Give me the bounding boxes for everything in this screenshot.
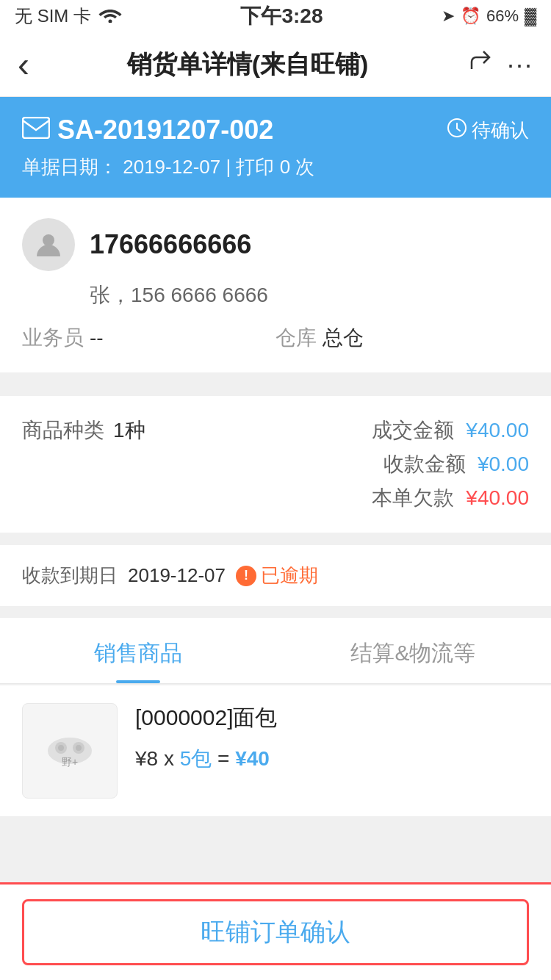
confirm-order-button[interactable]: 旺铺订单确认 — [22, 899, 529, 965]
overdue-icon: ! — [236, 566, 256, 586]
nav-actions: ··· — [466, 48, 533, 81]
product-info: [0000002]面包 ¥8 x 5包 = ¥40 — [135, 703, 529, 773]
product-image: 野+ — [22, 703, 118, 799]
transaction-label: 成交金额 — [372, 417, 454, 444]
customer-meta: 业务员 -- 仓库 总仓 — [22, 324, 529, 352]
status-bar: 无 SIM 卡 下午3:28 ➤ ⏰ 66% ▓ — [0, 0, 551, 32]
due-label: 收款到期日 — [22, 563, 118, 588]
product-item: 野+ [0000002]面包 ¥8 x 5包 = ¥40 — [22, 703, 529, 799]
svg-point-0 — [109, 20, 112, 24]
tabs-container: 销售商品 结算&物流等 — [0, 618, 551, 684]
overdue-text: 已逾期 — [261, 563, 318, 588]
alarm-icon: ⏰ — [461, 7, 480, 26]
sales-label: 业务员 — [22, 324, 84, 352]
order-id: SA-20191207-002 — [22, 115, 273, 145]
status-text: 待确认 — [472, 118, 529, 143]
customer-section: 17666666666 张，156 6666 6666 业务员 -- 仓库 总仓 — [0, 198, 551, 372]
receipt-row: 收款金额 ¥0.00 — [383, 450, 529, 478]
location-icon: ➤ — [442, 7, 455, 26]
product-type-info: 商品种类 1种 — [22, 417, 372, 444]
warehouse-label: 仓库 — [276, 324, 317, 352]
summary-row: 商品种类 1种 成交金额 ¥40.00 收款金额 ¥0.00 本单欠款 ¥40.… — [22, 417, 529, 512]
due-date-section: 收款到期日 2019-12-07 ! 已逾期 — [0, 544, 551, 606]
divider-2 — [0, 606, 551, 618]
status-right: ➤ ⏰ 66% ▓ — [442, 7, 536, 26]
svg-point-3 — [43, 234, 54, 246]
confirm-button-label: 旺铺订单确认 — [201, 915, 350, 949]
warehouse-meta: 仓库 总仓 — [276, 324, 529, 352]
receipt-value: ¥0.00 — [478, 453, 529, 476]
svg-point-8 — [76, 745, 82, 751]
clock-icon — [447, 118, 467, 143]
products-section: 野+ [0000002]面包 ¥8 x 5包 = ¥40 — [0, 685, 551, 816]
svg-rect-1 — [23, 118, 49, 138]
svg-point-6 — [58, 745, 64, 751]
sales-meta: 业务员 -- — [22, 324, 276, 352]
order-header-card: SA-20191207-002 待确认 单据日期： 2019-12-07 | 打… — [0, 97, 551, 198]
tab-sales-label: 销售商品 — [94, 641, 182, 665]
transaction-value: ¥40.00 — [466, 419, 529, 442]
order-date: 单据日期： 2019-12-07 | 打印 0 次 — [22, 154, 529, 180]
order-status: 待确认 — [447, 118, 529, 143]
customer-name: 张，156 6666 6666 — [22, 281, 529, 309]
more-icon[interactable]: ··· — [507, 49, 533, 80]
product-price: ¥8 — [135, 747, 158, 770]
equal-sign: = — [217, 747, 235, 770]
order-id-text: SA-20191207-002 — [57, 115, 273, 145]
transaction-row: 成交金额 ¥40.00 — [372, 417, 529, 444]
avatar — [22, 218, 75, 271]
tab-settlement[interactable]: 结算&物流等 — [276, 618, 551, 683]
tabs-row: 销售商品 结算&物流等 — [0, 618, 551, 684]
tab-sales-products[interactable]: 销售商品 — [0, 618, 276, 683]
bottom-bar: 旺铺订单确认 — [0, 882, 551, 980]
due-date-value: 2019-12-07 — [128, 564, 226, 587]
page-title: 销货单详情(来自旺铺) — [127, 48, 369, 82]
product-name: [0000002]面包 — [135, 703, 529, 733]
product-type-label: 商品种类 — [22, 417, 104, 444]
status-left: 无 SIM 卡 — [15, 4, 122, 28]
amount-info: 成交金额 ¥40.00 收款金额 ¥0.00 本单欠款 ¥40.00 — [372, 417, 529, 512]
tab-settlement-label: 结算&物流等 — [350, 641, 475, 665]
product-pricing: ¥8 x 5包 = ¥40 — [135, 745, 529, 773]
debt-value: ¥40.00 — [466, 486, 529, 510]
wifi-icon — [98, 5, 122, 27]
envelope-icon — [22, 115, 50, 145]
back-button[interactable]: ‹ — [18, 44, 29, 84]
sales-value: -- — [90, 326, 104, 350]
order-date-value: 2019-12-07 — [123, 156, 220, 178]
divider-1 — [0, 384, 551, 396]
print-info: | 打印 0 次 — [226, 156, 314, 178]
debt-row: 本单欠款 ¥40.00 — [372, 484, 529, 512]
sim-label: 无 SIM 卡 — [15, 4, 91, 28]
debt-label: 本单欠款 — [372, 484, 454, 512]
battery-icon: ▓ — [525, 7, 536, 26]
share-icon[interactable] — [466, 48, 492, 81]
receipt-label: 收款金额 — [383, 450, 466, 478]
status-time: 下午3:28 — [240, 2, 323, 30]
overdue-badge: ! 已逾期 — [236, 563, 318, 588]
battery-label: 66% — [486, 7, 519, 26]
multiply-sign: x — [164, 747, 180, 770]
nav-bar: ‹ 销货单详情(来自旺铺) ··· — [0, 32, 551, 97]
product-quantity: 5包 — [180, 747, 212, 770]
customer-top: 17666666666 — [22, 218, 529, 271]
customer-phone: 17666666666 — [90, 229, 251, 260]
product-total: ¥40 — [235, 747, 270, 770]
warehouse-value: 总仓 — [323, 324, 364, 352]
svg-text:野+: 野+ — [62, 756, 78, 768]
product-type-value: 1种 — [113, 417, 145, 444]
summary-section: 商品种类 1种 成交金额 ¥40.00 收款金额 ¥0.00 本单欠款 ¥40.… — [0, 396, 551, 533]
